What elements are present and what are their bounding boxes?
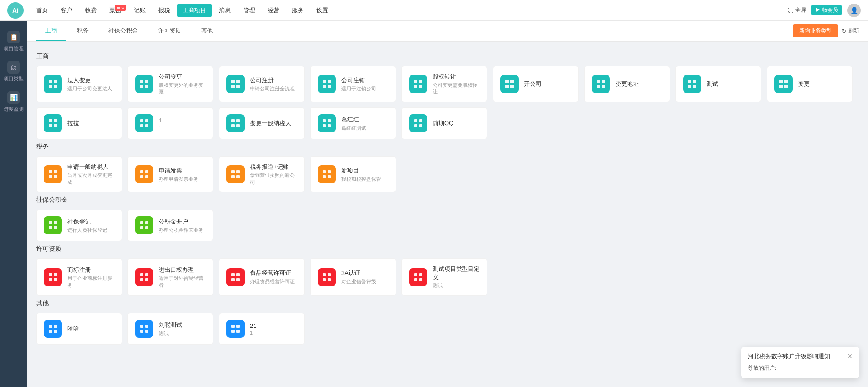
card-变更一般纳税人[interactable]: 变更一般纳税人: [219, 107, 305, 139]
subtab-其他[interactable]: 其他: [192, 21, 222, 41]
card-title: 公司注册: [250, 76, 295, 84]
card-title: 变更: [798, 80, 810, 88]
nav-item-客户[interactable]: 客户: [55, 4, 78, 17]
card-商标注册[interactable]: 商标注册用于企业商标注册服务: [36, 258, 122, 296]
subtab-社保公积金[interactable]: 社保公积金: [99, 21, 147, 41]
card-desc: 测试: [159, 330, 182, 337]
nav-item-工商项目[interactable]: 工商项目: [177, 4, 212, 17]
svg-rect-27: [602, 85, 605, 88]
card-申请发票[interactable]: 申请发票办理申请发票业务: [127, 156, 213, 192]
card-text: 变更: [798, 80, 810, 88]
sidebar-icon: 📋: [7, 31, 20, 43]
nav-item-服务[interactable]: 服务: [287, 4, 309, 17]
card-text: 测试: [707, 80, 718, 88]
card-进出口权办理[interactable]: 进出口权办理适用于对外贸易经营者: [127, 258, 213, 296]
notification-close-button[interactable]: ✕: [847, 353, 853, 360]
card-title: 开公司: [524, 80, 542, 88]
card-法人变更[interactable]: 法人变更适用于公司变更法人: [36, 66, 122, 102]
subtab-工商[interactable]: 工商: [36, 21, 66, 41]
card-icon: [44, 165, 62, 183]
svg-rect-61: [145, 170, 148, 173]
card-变更[interactable]: 变更: [767, 66, 853, 102]
logo: Ai: [7, 2, 24, 19]
fullscreen-btn[interactable]: ⛶ 全屏: [788, 6, 806, 14]
card-21[interactable]: 211: [219, 313, 305, 345]
card-测试[interactable]: 测试: [675, 66, 761, 102]
card-拉拉[interactable]: 拉拉: [36, 107, 122, 139]
svg-rect-84: [140, 273, 143, 276]
card-测试项目类型目定义[interactable]: 测试项目类型目定义测试: [401, 258, 487, 296]
nav-item-报税[interactable]: 报税: [153, 4, 175, 17]
card-公司注册[interactable]: 公司注册申请公司注册全流程: [219, 66, 305, 102]
card-title: 前期QQ: [433, 119, 453, 127]
card-哈哈[interactable]: 哈哈: [36, 313, 122, 345]
svg-rect-72: [49, 221, 52, 224]
svg-rect-20: [505, 80, 509, 83]
svg-rect-77: [145, 221, 148, 224]
sidebar-item-进度监测[interactable]: 📊 进度监测: [0, 87, 27, 117]
svg-rect-45: [236, 119, 240, 122]
nav-item-记账[interactable]: 记账: [128, 4, 151, 17]
svg-rect-66: [231, 175, 235, 178]
refresh-button[interactable]: ↻ 刷新: [842, 27, 859, 35]
nav-item-经营[interactable]: 经营: [262, 4, 285, 17]
svg-rect-87: [145, 278, 148, 281]
card-开公司[interactable]: 开公司: [493, 66, 579, 102]
card-title: 法人变更: [67, 76, 112, 84]
card-股权转让[interactable]: 股权转让公司变更需要股权转让: [401, 66, 487, 102]
svg-rect-92: [323, 273, 326, 276]
card-icon: [409, 268, 427, 286]
svg-rect-99: [419, 278, 422, 281]
nav-item-票据[interactable]: 票据new: [104, 4, 127, 17]
card-公司变更[interactable]: 公司变更股权变更外的业务变更: [127, 66, 213, 102]
nav-item-消息[interactable]: 消息: [213, 4, 236, 17]
svg-rect-6: [140, 85, 143, 88]
nav-item-设置[interactable]: 设置: [311, 4, 334, 17]
svg-rect-58: [49, 175, 52, 178]
avatar[interactable]: 👤: [847, 4, 861, 17]
svg-rect-70: [323, 175, 326, 178]
svg-rect-108: [231, 325, 235, 328]
card-申请一般纳税人[interactable]: 申请一般纳税人当月或次月成变更完成: [36, 156, 122, 192]
card-title: 社保登记: [67, 218, 107, 226]
svg-rect-41: [145, 119, 148, 122]
add-type-button[interactable]: 新增业务类型: [793, 24, 838, 37]
card-社保登记[interactable]: 社保登记进行人员社保登记: [36, 210, 122, 241]
card-新项目[interactable]: 新项目报税加税控盘保管: [310, 156, 396, 192]
notification-body: 尊敬的用户:: [748, 364, 853, 373]
card-1[interactable]: 11: [127, 107, 213, 139]
card-食品经营许可证[interactable]: 食品经营许可证办理食品经营许可证: [219, 258, 305, 296]
svg-rect-33: [784, 80, 788, 83]
card-葛红红[interactable]: 葛红红葛红红测试: [310, 107, 396, 139]
card-desc: 适用于对外贸易经营者: [159, 275, 206, 289]
svg-rect-24: [597, 80, 600, 83]
card-text: 公司变更股权变更外的业务变更: [159, 73, 206, 95]
sidebar-label: 进度监测: [4, 106, 24, 112]
card-刘聪测试[interactable]: 刘聪测试测试: [127, 313, 213, 345]
card-税务报道+记账[interactable]: 税务报道+记账拿到营业执照的新公司: [219, 156, 305, 192]
svg-rect-52: [414, 119, 417, 122]
sidebar-item-项目管理[interactable]: 📋 项目管理: [0, 26, 27, 56]
sidebar-item-项目类型[interactable]: 🗂 项目类型: [0, 56, 27, 87]
nav-item-收费[interactable]: 收费: [80, 4, 102, 17]
svg-rect-85: [145, 273, 148, 276]
section-title-其他: 其他: [36, 299, 859, 308]
card-前期QQ[interactable]: 前期QQ: [401, 107, 487, 139]
subtab-税务[interactable]: 税务: [68, 21, 98, 41]
vip-button[interactable]: ▶ 畅会员: [811, 5, 842, 15]
svg-rect-94: [323, 278, 326, 281]
svg-rect-64: [231, 170, 235, 173]
subtab-许可资质[interactable]: 许可资质: [149, 21, 190, 41]
nav-item-管理[interactable]: 管理: [238, 4, 260, 17]
card-公积金开户[interactable]: 公积金开户办理公积金相关业务: [127, 210, 213, 241]
svg-rect-48: [323, 119, 326, 122]
svg-rect-98: [414, 278, 417, 281]
card-变更地址[interactable]: 变更地址: [584, 66, 670, 102]
fullscreen-icon: ⛶: [788, 7, 793, 14]
card-icon: [135, 320, 153, 338]
card-desc: 进行人员社保登记: [67, 227, 107, 233]
svg-rect-23: [510, 85, 514, 88]
card-3A认证[interactable]: 3A认证对企业信誉评级: [310, 258, 396, 296]
card-公司注销[interactable]: 公司注销适用于注销公司: [310, 66, 396, 102]
nav-item-首页[interactable]: 首页: [31, 4, 53, 17]
